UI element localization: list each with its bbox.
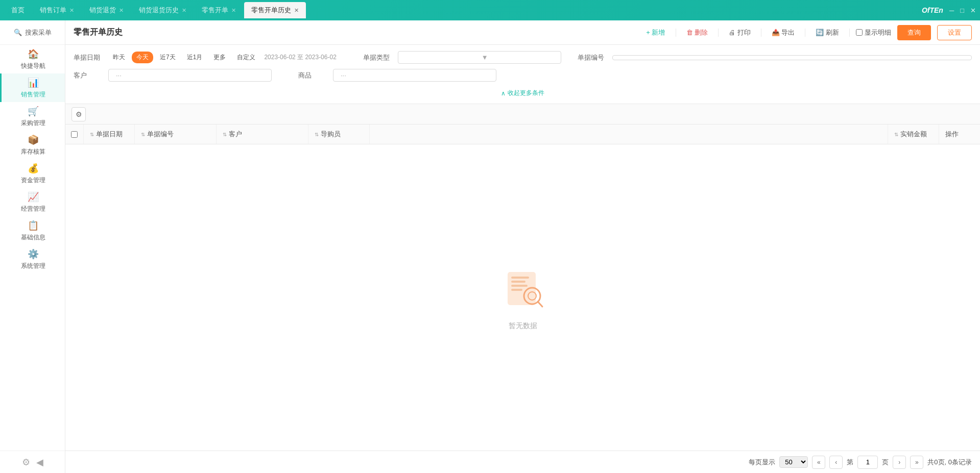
sidebar-item-purchase-mgmt[interactable]: 🛒 采购管理 xyxy=(0,102,65,131)
sidebar-settings-icon[interactable]: ⚙ xyxy=(22,457,30,468)
page-size-select[interactable]: 50 10 20 100 xyxy=(779,456,808,468)
add-button[interactable]: + 新增 xyxy=(642,26,669,39)
product-filter-ellipsis: ··· xyxy=(341,71,346,79)
system-icon: ⚙️ xyxy=(28,248,39,260)
th-guide-label: 导购员 xyxy=(321,130,341,139)
page-word: 第 xyxy=(847,458,853,467)
sidebar-item-label-purchase-mgmt: 采购管理 xyxy=(21,119,45,128)
code-filter-input[interactable] xyxy=(612,55,972,60)
query-button[interactable]: 查询 xyxy=(897,25,931,40)
settings-button[interactable]: 设置 xyxy=(937,25,972,40)
sort-icon-customer: ⇅ xyxy=(223,132,227,137)
sidebar-search[interactable]: 🔍 搜索采单 xyxy=(0,20,65,45)
collapse-bar[interactable]: ∧ 收起更多条件 xyxy=(74,87,972,99)
tab-retail-history-label: 零售开单历史 xyxy=(251,6,291,15)
sidebar-item-label-basic-info: 基础信息 xyxy=(21,233,45,242)
date-btn-custom[interactable]: 自定义 xyxy=(232,52,260,63)
total-info: 共0页, 0条记录 xyxy=(927,458,972,467)
tab-sales-return[interactable]: 销货退货 ✕ xyxy=(82,2,131,18)
page-input[interactable] xyxy=(857,456,878,469)
sidebar-collapse-icon[interactable]: ◀ xyxy=(36,457,43,468)
tab-sales-order[interactable]: 销售订单 ✕ xyxy=(33,2,81,18)
delete-button[interactable]: 🗑 删除 xyxy=(682,26,712,39)
table-settings-btn[interactable]: ⚙ xyxy=(71,107,86,121)
svg-rect-2 xyxy=(511,281,525,283)
sidebar-item-label-quick-nav: 快捷导航 xyxy=(21,62,45,70)
tab-retail-open[interactable]: 零售开单 ✕ xyxy=(195,2,243,18)
sidebar-search-label: 搜索采单 xyxy=(25,28,52,37)
th-checkbox[interactable] xyxy=(65,125,84,144)
sidebar-item-sales-mgmt[interactable]: 📊 销售管理 xyxy=(0,73,65,102)
empty-illustration xyxy=(497,264,548,315)
th-customer-label: 客户 xyxy=(229,130,242,139)
select-all-checkbox[interactable] xyxy=(71,131,78,138)
page-first-btn[interactable]: « xyxy=(812,456,825,469)
type-filter-dropdown-icon: ▼ xyxy=(482,54,556,61)
tab-home[interactable]: 首页 xyxy=(4,2,32,18)
sidebar-item-basic-info[interactable]: 📋 基础信息 xyxy=(0,216,65,245)
customer-filter-input[interactable]: ··· xyxy=(108,69,272,82)
export-button[interactable]: 📤 导出 xyxy=(768,26,799,39)
svg-rect-3 xyxy=(511,285,528,287)
collapse-label: 收起更多条件 xyxy=(508,89,544,97)
sidebar-item-label-sales-mgmt: 销售管理 xyxy=(21,90,45,99)
window-maximize-btn[interactable]: □ xyxy=(960,7,964,14)
th-code[interactable]: ⇅ 单据编号 xyxy=(135,125,217,144)
date-btn-today[interactable]: 今天 xyxy=(132,52,153,63)
svg-rect-1 xyxy=(511,277,529,279)
table-header: ⇅ 单据日期 ⇅ 单据编号 ⇅ 客户 ⇅ 导购员 ⇅ 实销 xyxy=(65,125,980,144)
date-btn-7days[interactable]: 近7天 xyxy=(155,52,180,63)
sidebar-item-quick-nav[interactable]: 🏠 快捷导航 xyxy=(0,45,65,73)
show-detail-checkbox-label[interactable]: 显示明细 xyxy=(856,28,891,37)
sidebar-item-label-operations: 经营管理 xyxy=(21,205,45,213)
tab-sales-order-close[interactable]: ✕ xyxy=(69,7,74,14)
tab-sales-return-close[interactable]: ✕ xyxy=(119,7,124,14)
product-filter-input[interactable]: ··· xyxy=(333,69,496,82)
date-btn-1month[interactable]: 近1月 xyxy=(182,52,207,63)
tab-sales-return-history-close[interactable]: ✕ xyxy=(182,7,186,14)
empty-state: 暂无数据 xyxy=(65,144,980,451)
page-prev-btn[interactable]: ‹ xyxy=(829,456,843,469)
tab-retail-open-close[interactable]: ✕ xyxy=(231,7,236,14)
page-title: 零售开单历史 xyxy=(74,27,123,38)
divider-5 xyxy=(849,29,850,37)
inventory-icon: 📦 xyxy=(28,134,39,145)
empty-text: 暂无数据 xyxy=(509,321,537,331)
sidebar-item-inventory[interactable]: 📦 库存核算 xyxy=(0,131,65,159)
th-customer[interactable]: ⇅ 客户 xyxy=(217,125,308,144)
refresh-button[interactable]: 🔄 刷新 xyxy=(811,26,843,39)
sort-icon-date: ⇅ xyxy=(90,132,94,137)
window-close-btn[interactable]: ✕ xyxy=(970,7,976,14)
th-spacer xyxy=(370,125,888,144)
tab-retail-open-label: 零售开单 xyxy=(202,6,228,15)
type-filter-select[interactable]: ▼ xyxy=(398,51,561,64)
operations-icon: 📈 xyxy=(28,191,39,203)
th-amount[interactable]: ⇅ 实销金额 xyxy=(888,125,939,144)
page-suffix: 页 xyxy=(882,458,889,467)
brand-label: OfTEn xyxy=(922,6,943,14)
sort-icon-code: ⇅ xyxy=(141,132,145,137)
th-action: 操作 xyxy=(939,125,980,144)
date-btn-more[interactable]: 更多 xyxy=(209,52,230,63)
th-date[interactable]: ⇅ 单据日期 xyxy=(84,125,135,144)
th-guide[interactable]: ⇅ 导购员 xyxy=(308,125,370,144)
show-detail-checkbox[interactable] xyxy=(856,29,863,36)
tab-retail-history-close[interactable]: ✕ xyxy=(294,7,299,14)
customer-filter-ellipsis: ··· xyxy=(116,71,122,79)
sidebar-item-system[interactable]: ⚙️ 系统管理 xyxy=(0,245,65,273)
tab-retail-history[interactable]: 零售开单历史 ✕ xyxy=(244,2,306,18)
sidebar-item-finance[interactable]: 💰 资金管理 xyxy=(0,159,65,188)
print-button[interactable]: 🖨 打印 xyxy=(725,26,755,39)
page-next-btn[interactable]: › xyxy=(893,456,906,469)
date-btn-yesterday[interactable]: 昨天 xyxy=(108,52,130,63)
page-last-btn[interactable]: » xyxy=(910,456,923,469)
collapse-icon: ∧ xyxy=(501,90,506,97)
quick-nav-icon: 🏠 xyxy=(28,48,39,60)
date-range-display: 2023-06-02 至 2023-06-02 xyxy=(264,53,336,62)
window-minimize-btn[interactable]: ─ xyxy=(949,7,954,14)
show-detail-label: 显示明细 xyxy=(865,28,891,37)
tab-sales-return-history[interactable]: 销货退货历史 ✕ xyxy=(132,2,194,18)
finance-icon: 💰 xyxy=(28,163,39,174)
sidebar-item-operations[interactable]: 📈 经营管理 xyxy=(0,188,65,216)
sort-icon-amount: ⇅ xyxy=(894,132,898,137)
